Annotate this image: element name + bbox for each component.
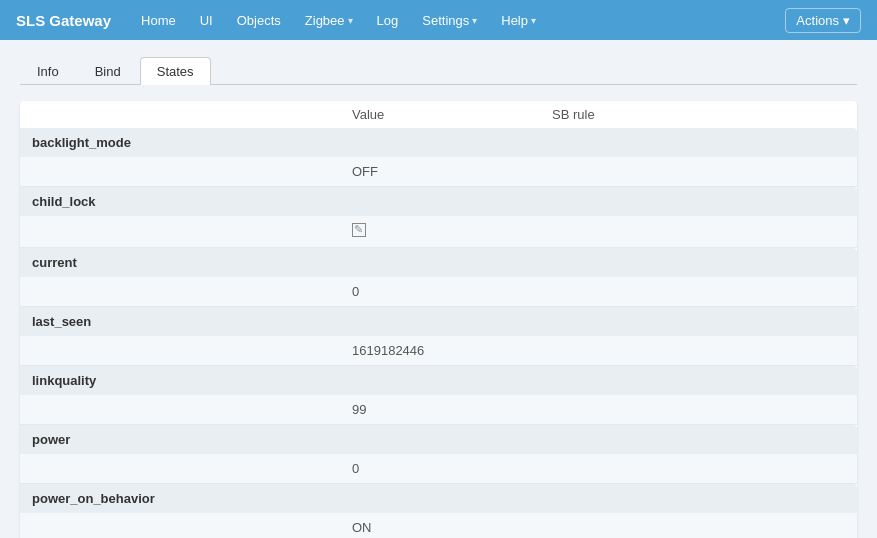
row-value: 1619182446 [340,336,540,366]
row-value: 0 [340,277,540,307]
table-row: last_seen [20,307,857,336]
nav-objects[interactable]: Objects [227,7,291,34]
nav-log[interactable]: Log [367,7,409,34]
tab-states[interactable]: States [140,57,211,85]
actions-dropdown-icon: ▾ [843,13,850,28]
row-sbrule [540,513,857,538]
row-key: current [20,248,857,277]
row-key: last_seen [20,307,857,336]
row-value: 0 [340,454,540,484]
table-row: power [20,425,857,454]
row-sbrule [540,216,857,248]
zigbee-dropdown-icon: ▾ [348,15,353,26]
tab-bind[interactable]: Bind [78,57,138,85]
row-sbrule [540,157,857,187]
row-empty [20,513,340,538]
actions-button[interactable]: Actions ▾ [785,8,861,33]
col-header-sbrule: SB rule [540,101,857,128]
states-table-wrapper: Value SB rule backlight_modeOFFchild_loc… [20,101,857,538]
edit-icon[interactable] [352,223,366,237]
row-key: power [20,425,857,454]
nav-menu: Home UI Objects Zigbee ▾ Log Settings ▾ … [131,7,785,34]
row-key: child_lock [20,187,857,216]
row-key: power_on_behavior [20,484,857,513]
table-row: 0 [20,454,857,484]
row-sbrule [540,277,857,307]
table-row: OFF [20,157,857,187]
states-table: Value SB rule backlight_modeOFFchild_loc… [20,101,857,538]
table-row: ON [20,513,857,538]
table-row: current [20,248,857,277]
row-sbrule [540,395,857,425]
col-header-value: Value [340,101,540,128]
row-empty [20,336,340,366]
table-row: power_on_behavior [20,484,857,513]
row-sbrule [540,454,857,484]
table-row [20,216,857,248]
table-row: backlight_mode [20,128,857,157]
table-row: child_lock [20,187,857,216]
table-header: Value SB rule [20,101,857,128]
row-value [340,216,540,248]
tabs-bar: Info Bind States [20,56,857,85]
nav-ui[interactable]: UI [190,7,223,34]
row-sbrule [540,336,857,366]
row-value: OFF [340,157,540,187]
row-empty [20,157,340,187]
nav-help[interactable]: Help ▾ [491,7,546,34]
col-header-key [20,101,340,128]
page-content: Info Bind States Value SB rule backlight… [0,40,877,538]
settings-dropdown-icon: ▾ [472,15,477,26]
row-empty [20,216,340,248]
tab-info[interactable]: Info [20,57,76,85]
table-row: 1619182446 [20,336,857,366]
row-value: ON [340,513,540,538]
nav-zigbee[interactable]: Zigbee ▾ [295,7,363,34]
navbar: SLS Gateway Home UI Objects Zigbee ▾ Log… [0,0,877,40]
row-empty [20,395,340,425]
nav-home[interactable]: Home [131,7,186,34]
row-empty [20,454,340,484]
table-body: backlight_modeOFFchild_lockcurrent0last_… [20,128,857,538]
table-row: 99 [20,395,857,425]
row-key: linkquality [20,366,857,395]
row-key: backlight_mode [20,128,857,157]
help-dropdown-icon: ▾ [531,15,536,26]
table-row: linkquality [20,366,857,395]
row-value: 99 [340,395,540,425]
nav-settings[interactable]: Settings ▾ [412,7,487,34]
brand-label[interactable]: SLS Gateway [16,12,111,29]
table-row: 0 [20,277,857,307]
navbar-right: Actions ▾ [785,8,861,33]
row-empty [20,277,340,307]
